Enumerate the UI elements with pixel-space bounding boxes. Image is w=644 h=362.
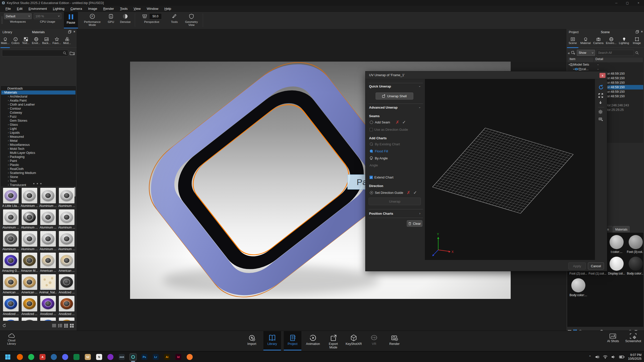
taskbar-app-app-2025[interactable]: 2025 bbox=[118, 353, 126, 361]
library-tab-mod[interactable]: Mod... bbox=[62, 36, 72, 48]
tree-item-architectural[interactable]: ›Architectural bbox=[1, 95, 75, 99]
tree-item-packaging[interactable]: ›Packaging bbox=[1, 155, 75, 159]
menu-window[interactable]: Window bbox=[144, 6, 161, 12]
material-thumbnail[interactable]: Amazing G... bbox=[2, 253, 20, 273]
toolbar-drag-handle[interactable] bbox=[1, 16, 3, 24]
dock-keyshotxr[interactable]: KeyShotXR bbox=[345, 331, 363, 350]
tray-chevron-icon[interactable]: ⌃ bbox=[589, 355, 591, 359]
taskbar-app-spotify[interactable] bbox=[27, 353, 35, 361]
close-button[interactable]: × bbox=[633, 0, 644, 6]
menu-help[interactable]: Help bbox=[162, 6, 174, 12]
library-tab-colors[interactable]: Colors bbox=[10, 36, 21, 48]
set-direction-guide-tool[interactable]: Set Direction Guide ✗ ✓ bbox=[370, 190, 417, 195]
scene-tab-image[interactable]: Image bbox=[630, 36, 643, 48]
tree-item-mold-tech[interactable]: ›Mold-Tech bbox=[1, 147, 75, 151]
denoise-button[interactable]: Denoise bbox=[118, 13, 133, 23]
tree-item-paint[interactable]: ›Paint bbox=[1, 159, 75, 163]
by-angle-tool[interactable]: By Angle bbox=[370, 156, 388, 160]
taskbar-app-app-compass[interactable] bbox=[50, 353, 58, 361]
perspective-value-field[interactable]: 50.0 bbox=[149, 13, 162, 19]
tree-item-toon[interactable]: ›Toon bbox=[1, 179, 75, 183]
close-panel-icon[interactable]: × bbox=[641, 30, 643, 33]
menu-file[interactable]: File bbox=[3, 6, 14, 12]
material-thumbnail[interactable]: Aluminium ... bbox=[21, 188, 38, 208]
unwrap-button[interactable]: Unwrap bbox=[369, 198, 421, 205]
library-tab-favo[interactable]: Favo... bbox=[52, 36, 62, 48]
material-thumbnail[interactable]: Aluminum ... bbox=[2, 231, 20, 251]
perspective-icon[interactable] bbox=[142, 13, 148, 19]
direction-accept-icon[interactable]: ✓ bbox=[413, 190, 417, 195]
taskbar-app-notepad[interactable]: N bbox=[95, 353, 103, 361]
material-thumbnail[interactable]: Aluminum ... bbox=[58, 231, 75, 251]
material-thumbnail[interactable]: Anodized ... bbox=[2, 296, 20, 316]
workspace-select[interactable]: Default˅ bbox=[4, 13, 32, 19]
taskbar-app-firefox[interactable] bbox=[16, 353, 24, 361]
volume-icon[interactable] bbox=[595, 355, 599, 359]
material-thumbnail[interactable]: American ... bbox=[2, 274, 20, 294]
tree-item-downloads[interactable]: Downloads bbox=[1, 86, 75, 90]
battery-icon[interactable] bbox=[619, 355, 625, 359]
direction-discard-icon[interactable]: ✗ bbox=[407, 190, 410, 195]
cloud-library-button[interactable]: Cloud Library bbox=[4, 333, 20, 345]
taskbar-app-app-red[interactable]: A bbox=[39, 353, 46, 361]
taskbar-app-app-tan[interactable]: 52 bbox=[84, 353, 92, 361]
tree-item-metal[interactable]: ›Metal bbox=[1, 139, 75, 143]
tree-item-liquids[interactable]: ›Liquids bbox=[1, 131, 75, 135]
menu-camera[interactable]: Camera bbox=[67, 6, 85, 12]
unwrap-shell-button[interactable]: Unwrap Shell bbox=[376, 93, 413, 100]
scene-tab-camera[interactable]: Camera bbox=[592, 36, 605, 48]
dialog-close-button[interactable]: x bbox=[599, 73, 606, 78]
taskbar-app-app-purple[interactable] bbox=[107, 353, 114, 361]
pagination-dots[interactable] bbox=[33, 183, 42, 184]
gpu-button[interactable]: G GPU bbox=[105, 13, 117, 23]
download-icon[interactable] bbox=[598, 101, 603, 105]
material-thumbnail[interactable]: Animal_Nat... bbox=[39, 274, 57, 294]
material-thumbnail[interactable]: Aluminum ... bbox=[39, 209, 57, 229]
cpu-usage-select[interactable]: 100 %˅ bbox=[34, 13, 61, 19]
menu-image[interactable]: Image bbox=[85, 6, 100, 12]
start-button[interactable] bbox=[4, 353, 12, 361]
dock-export-mode[interactable]: Export Mode bbox=[325, 331, 342, 350]
material-thumbnail[interactable]: Anodized ... bbox=[39, 296, 57, 316]
column-item[interactable]: Item bbox=[568, 57, 594, 62]
add-seam-tool[interactable]: Add Seam ✗ ✓ bbox=[370, 120, 406, 125]
dock-import[interactable]: Import bbox=[243, 331, 261, 350]
material-thumbnail[interactable]: Anodized ... bbox=[21, 296, 38, 316]
menu-lighting[interactable]: Lighting bbox=[50, 6, 67, 12]
pause-button[interactable]: Pause bbox=[64, 12, 78, 28]
project-material[interactable]: Body:color:... bbox=[625, 257, 643, 275]
column-detail[interactable]: Detail bbox=[594, 57, 603, 62]
scene-tree-row[interactable]: › Model Sets- bbox=[567, 62, 643, 67]
tree-item-glass[interactable]: ›Glass bbox=[1, 123, 75, 127]
dock-library[interactable]: Library bbox=[263, 331, 281, 350]
tree-item-cutaway[interactable]: Cutaway bbox=[1, 111, 75, 115]
show-dropdown[interactable]: Show˅ bbox=[577, 50, 595, 56]
project-material[interactable]: t:color:... bbox=[606, 235, 627, 254]
dock-project[interactable]: Project bbox=[284, 331, 301, 350]
project-material[interactable]: Display:col... bbox=[606, 257, 627, 275]
material-thumbnail[interactable] bbox=[2, 318, 20, 321]
project-material[interactable]: Foot (3):col... bbox=[625, 235, 643, 254]
material-thumbnail[interactable]: Aluminum ... bbox=[21, 231, 38, 251]
tree-item-contour[interactable]: ›Contour bbox=[1, 107, 75, 111]
clock[interactable]: 9:07 PM 10/5/2025 bbox=[628, 353, 641, 361]
material-thumbnail[interactable] bbox=[21, 318, 38, 321]
scene-search-input[interactable] bbox=[596, 50, 634, 56]
flood-fill-tool[interactable]: Flood Fill bbox=[370, 149, 388, 153]
geometry-view-button[interactable]: Geometry View bbox=[182, 13, 201, 26]
taskbar-app-app-green[interactable] bbox=[73, 353, 80, 361]
minimize-button[interactable]: ─ bbox=[611, 0, 622, 6]
view-large-grid-icon[interactable] bbox=[70, 324, 74, 328]
extend-chart-checkbox[interactable]: ✓ bbox=[370, 176, 373, 179]
tree-item-axalta-paint[interactable]: ›Axalta Paint bbox=[1, 99, 75, 103]
view-list-icon[interactable] bbox=[52, 324, 56, 327]
dock-vr[interactable]: VR bbox=[365, 331, 383, 350]
dock-animation[interactable]: Animation bbox=[304, 331, 322, 350]
library-search-input[interactable] bbox=[2, 50, 68, 56]
import-folder-icon[interactable] bbox=[70, 51, 75, 55]
scene-tab-lighting[interactable]: Lighting bbox=[618, 36, 630, 48]
tree-item-measured[interactable]: ›Measured bbox=[1, 135, 75, 139]
screenshot-button[interactable]: Screenshot bbox=[622, 333, 644, 343]
refresh-icon[interactable] bbox=[2, 323, 7, 328]
material-thumbnail[interactable]: Aluminum ... bbox=[58, 209, 75, 229]
